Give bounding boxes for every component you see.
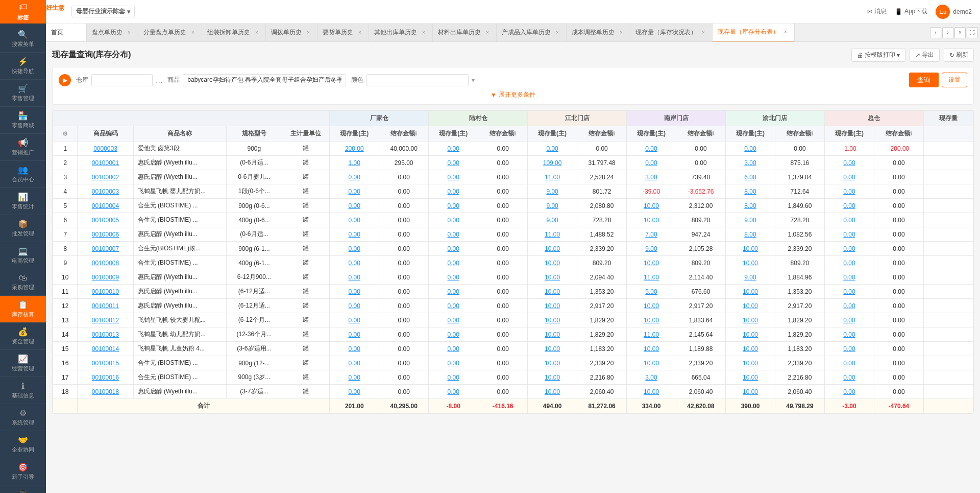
tab-3[interactable]: 组装拆卸单历史×: [202, 24, 266, 42]
sidebar-item-0[interactable]: 🔍搜索英单: [0, 26, 46, 53]
inventory-table: 厂家仓 陆村仓 江北门店 南岸门店 渝北门店 总仓 现存量 ⚙ 商品编码 商品名…: [53, 110, 973, 413]
sidebar-item-1[interactable]: ⚡快捷导航: [0, 53, 46, 80]
cell-zc-amt: 0.00: [874, 170, 923, 184]
product-input[interactable]: [183, 74, 346, 86]
sidebar-item-4[interactable]: 📢营销推广: [0, 134, 46, 161]
cell-seq: 16: [53, 356, 78, 370]
query-button[interactable]: 查询: [909, 73, 939, 87]
tab-2[interactable]: 分量盘点单历史×: [138, 24, 202, 42]
warehouse-picker-btn[interactable]: ...: [156, 76, 162, 85]
cell-code: 00100008: [78, 256, 133, 270]
cell-yb-amt: 1,183.20: [775, 342, 824, 356]
sidebar-item-11[interactable]: 💰资金管理: [0, 323, 46, 350]
sidebar-item-3[interactable]: 🏪零售商城: [0, 107, 46, 134]
app-download-btn[interactable]: 📱 App下载: [895, 7, 927, 16]
tab-1[interactable]: 盘点单历史×: [87, 24, 138, 42]
th-base: [53, 111, 330, 126]
tab-close-3[interactable]: ×: [253, 29, 260, 36]
industry-selector[interactable]: 母婴行业演示陈套 ▾: [71, 6, 135, 17]
cell-name: 合生元(BIOSTIME)浓...: [133, 242, 226, 256]
search-bar: ▶ 仓库 ... 商品 颜色 ▾ 查询 设置 ▼ 展开更多条件: [52, 67, 974, 105]
user-profile[interactable]: Ea demo2: [936, 5, 972, 19]
tab-close-1[interactable]: ×: [126, 29, 133, 36]
tab-5[interactable]: 要货单历史×: [317, 24, 369, 42]
cell-zc-amt: 0.00: [874, 213, 923, 227]
cell-zc-qty: 0.00: [824, 356, 874, 370]
setting-button[interactable]: 设置: [942, 73, 967, 87]
cell-fj-amt: 0.00: [379, 242, 429, 256]
refresh-button[interactable]: ↻ 刷新: [944, 48, 974, 62]
sidebar-item-17[interactable]: 📱应用中心: [0, 485, 46, 493]
cell-jb-amt: 0.00: [577, 142, 627, 156]
sidebar-item-8[interactable]: 💻电商管理: [0, 242, 46, 269]
cell-curr: [923, 385, 973, 399]
cell-lc-qty: 0.00: [429, 356, 478, 370]
product-field: 商品: [167, 74, 346, 86]
sidebar-item-5[interactable]: 👥会员中心: [0, 161, 46, 188]
warehouse-input[interactable]: [91, 74, 153, 86]
cell-yb-amt: 1,849.60: [775, 199, 824, 213]
table-header-row: ⚙ 商品编码 商品名称 规格型号 主计量单位 现存量(主) 结存金额ℹ 现存量(…: [53, 126, 973, 142]
cell-zc-qty: 0.00: [824, 156, 874, 170]
sidebar-item-6[interactable]: 📊零售统计: [0, 188, 46, 215]
tab-9[interactable]: 成本调整单历史×: [567, 24, 630, 42]
color-input[interactable]: [366, 74, 469, 86]
cell-jb-amt: 2,528.24: [577, 170, 627, 184]
cell-fj-qty: 0.00: [330, 327, 379, 342]
tab-close-6[interactable]: ×: [420, 29, 427, 36]
cell-lc-amt: 0.00: [478, 142, 528, 156]
total-zc-qty: -3.00: [824, 399, 874, 413]
total-row: 合计 201.00 40,295.00 -8.00 -416.16 494.00…: [53, 399, 973, 413]
message-btn[interactable]: ✉ 消息: [867, 7, 887, 16]
sidebar-item-9[interactable]: 🛍采购管理: [0, 269, 46, 296]
tab-close-10[interactable]: ×: [700, 29, 707, 36]
tab-0[interactable]: 首页: [46, 24, 87, 42]
table-row: 6 00100005 合生元 (BIOSTIME) ... 400g (0-6.…: [53, 213, 973, 227]
tab-4[interactable]: 调拨单历史×: [266, 24, 317, 42]
cell-curr: [923, 299, 973, 313]
tab-11[interactable]: 现存量（库存分布表）×: [713, 24, 795, 42]
cell-na-amt: 2,060.40: [676, 385, 726, 399]
cell-lc-amt: 0.00: [478, 299, 528, 313]
cell-seq: 15: [53, 342, 78, 356]
sidebar-item-15[interactable]: 🤝企业协同: [0, 431, 46, 458]
tab-prev-btn[interactable]: ‹: [930, 27, 941, 38]
th-lc-qty: 现存量(主): [429, 126, 478, 142]
sidebar-item-2[interactable]: 🛒零售管理: [0, 80, 46, 107]
print-button[interactable]: 🖨 按模版打印 ▾: [851, 48, 905, 62]
export-button[interactable]: ↗ 导出: [910, 48, 940, 62]
tab-expand-btn[interactable]: ⛶: [967, 27, 978, 38]
column-settings-icon[interactable]: ⚙: [62, 130, 68, 137]
tab-6[interactable]: 其他出库单历史×: [369, 24, 433, 42]
tab-close-5[interactable]: ×: [356, 29, 363, 36]
expand-conditions-btn[interactable]: ▼ 展开更多条件: [59, 90, 967, 99]
tab-7[interactable]: 材料出库单历史×: [433, 24, 497, 42]
sidebar-item-16[interactable]: 🎯新手引导: [0, 458, 46, 485]
sidebar-item-12[interactable]: 📈经营管理: [0, 350, 46, 377]
sidebar-item-10[interactable]: 📋库存核算: [0, 296, 46, 323]
cell-seq: 2: [53, 156, 78, 170]
tab-close-9[interactable]: ×: [618, 29, 625, 36]
tab-close-8[interactable]: ×: [554, 29, 561, 36]
cell-lc-qty: 0.00: [429, 156, 478, 170]
cell-na-qty: 10.00: [627, 256, 676, 270]
sidebar-item-14[interactable]: ⚙系统管理: [0, 404, 46, 431]
cell-seq: 7: [53, 227, 78, 242]
sidebar-item-7[interactable]: 📦批发管理: [0, 215, 46, 242]
tab-close-all-btn[interactable]: ×: [954, 27, 966, 38]
sidebar-item-13[interactable]: ℹ基础信息: [0, 377, 46, 404]
cell-unit: 罐: [282, 327, 329, 342]
cell-jb-qty: 10.00: [528, 385, 577, 399]
cell-fj-qty: 0.00: [330, 270, 379, 285]
tab-close-11[interactable]: ×: [782, 29, 789, 36]
tab-close-7[interactable]: ×: [484, 29, 491, 36]
tab-10[interactable]: 现存量（库存状况表）×: [630, 24, 713, 42]
tab-close-2[interactable]: ×: [189, 29, 197, 36]
cell-jb-qty: 10.00: [528, 270, 577, 285]
tab-close-4[interactable]: ×: [305, 29, 312, 36]
tab-next-btn[interactable]: ›: [942, 27, 953, 38]
table-row: 2 00100001 惠氏启醇 (Wyeth illu... (0-6月适...…: [53, 156, 973, 170]
cell-unit: 罐: [282, 156, 329, 170]
tab-8[interactable]: 产成品入库单历史×: [497, 24, 567, 42]
expand-search-btn[interactable]: ▶: [59, 74, 71, 86]
